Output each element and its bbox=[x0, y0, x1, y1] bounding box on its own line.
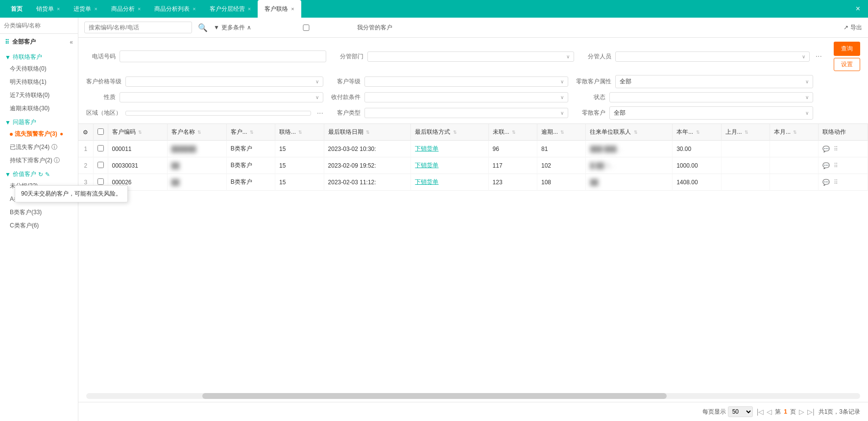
nature-select[interactable]: ∨ bbox=[120, 92, 323, 102]
col-overdue[interactable]: 逾期... ⇅ bbox=[537, 124, 586, 141]
select-all-checkbox[interactable] bbox=[97, 128, 104, 135]
action-icon-more-2[interactable]: ⠿ bbox=[834, 162, 838, 169]
row-year-1: 30.00 bbox=[673, 141, 721, 157]
col-contact-person[interactable]: 往来单位联系人 ⇅ bbox=[586, 124, 673, 141]
action-icon-chat-3[interactable]: 💬 bbox=[822, 179, 830, 186]
phone-input[interactable] bbox=[120, 50, 326, 62]
tab-sales[interactable]: 销货单 × bbox=[29, 0, 67, 18]
col-customer-name[interactable]: 客户名称 ⇅ bbox=[167, 124, 226, 141]
sidebar-item-declining[interactable]: 持续下滑客户(2) ⓘ bbox=[0, 154, 78, 167]
col-this-year[interactable]: 本年... ⇅ bbox=[673, 124, 721, 141]
action-icon-more-1[interactable]: ⠿ bbox=[834, 146, 838, 152]
col-last-contact-date[interactable]: 最后联络日期 ⇅ bbox=[324, 124, 411, 141]
prev-page-button[interactable]: ◁ bbox=[767, 408, 772, 416]
current-page-number: 1 bbox=[784, 408, 787, 415]
refresh-icon[interactable]: ↻ bbox=[38, 171, 43, 178]
sidebar-item-today[interactable]: 今天待联络(0) bbox=[0, 62, 78, 75]
top-tabbar: 首页 销货单 × 进货单 × 商品分析 × 商品分析列表 × 客户分层经营 × … bbox=[0, 0, 868, 18]
price-level-arrow: ∨ bbox=[315, 79, 319, 84]
close-tab-sales[interactable]: × bbox=[57, 6, 60, 12]
sidebar-item-overdue-contact[interactable]: 逾期未联络(30) bbox=[0, 102, 78, 115]
manager-select[interactable]: ∨ bbox=[615, 51, 810, 62]
sidebar-group-problem[interactable]: ▼ 问题客户 bbox=[0, 115, 78, 127]
per-page-select[interactable]: 50 100 bbox=[728, 406, 753, 417]
close-tab-customer-contact[interactable]: × bbox=[291, 6, 294, 12]
sidebar-search-input[interactable] bbox=[4, 22, 77, 29]
my-customers-checkbox[interactable]: 我分管的客户 bbox=[257, 24, 392, 32]
settings-button[interactable]: 设置 bbox=[834, 58, 860, 71]
col-last-month[interactable]: 上月... ⇅ bbox=[721, 124, 770, 141]
sidebar-item-churned[interactable]: 已流失客户(24) ⓘ bbox=[0, 141, 78, 154]
col-customer-type[interactable]: 客户... ⇅ bbox=[226, 124, 275, 141]
action-icon-more-3[interactable]: ⠿ bbox=[834, 179, 838, 186]
action-icon-chat-2[interactable]: 💬 bbox=[822, 162, 830, 169]
more-conditions-button[interactable]: ▼ 更多条件 ∧ bbox=[214, 24, 251, 32]
sidebar-item-class-c[interactable]: C类客户(6) bbox=[0, 219, 78, 232]
col-customer-code[interactable]: 客户编码 ⇅ bbox=[108, 124, 167, 141]
row-person-3: ██ bbox=[586, 174, 673, 191]
close-tab-product-analysis[interactable]: × bbox=[138, 6, 141, 12]
region-select[interactable] bbox=[125, 111, 311, 116]
last-page-button[interactable]: ▷| bbox=[807, 408, 815, 416]
payment-select[interactable]: ∨ bbox=[364, 92, 568, 102]
row-method-3[interactable]: 下销货单 bbox=[411, 174, 488, 191]
tab-customer-segment[interactable]: 客户分层经营 × bbox=[203, 0, 258, 18]
search-button[interactable]: 🔍 bbox=[198, 23, 208, 32]
sidebar-item-churn-warning[interactable]: 流失预警客户(3) ● bbox=[0, 127, 78, 141]
customer-type-select[interactable]: ∨ bbox=[364, 108, 568, 118]
filter-retail-customer: 零散客户 全部 ∨ bbox=[576, 106, 813, 120]
col-contact[interactable]: 联络... ⇅ bbox=[275, 124, 324, 141]
my-customers-check[interactable] bbox=[257, 25, 355, 31]
tab-customer-contact[interactable]: 客户联络 × bbox=[258, 0, 301, 18]
tab-product-analysis-list[interactable]: 商品分析列表 × bbox=[147, 0, 202, 18]
sidebar-group-value[interactable]: ▼ 价值客户 ↻ ✎ bbox=[0, 167, 78, 179]
row-checkbox-1[interactable] bbox=[93, 141, 108, 157]
department-select[interactable]: ∨ bbox=[367, 51, 574, 62]
row-action-3: 💬 ⠿ bbox=[819, 174, 868, 191]
close-tab-customer-segment[interactable]: × bbox=[248, 6, 251, 12]
window-close-button[interactable]: × bbox=[852, 4, 864, 13]
sidebar-item-class-b[interactable]: B类客户(33) bbox=[0, 206, 78, 219]
sidebar-all-customers[interactable]: ⠿ 全部客户 « bbox=[0, 34, 78, 50]
col-this-month[interactable]: 本月... ⇅ bbox=[770, 124, 819, 141]
row-method-2[interactable]: 下销货单 bbox=[411, 157, 488, 174]
tab-product-analysis[interactable]: 商品分析 × bbox=[104, 0, 147, 18]
export-button[interactable]: ↗ 导出 bbox=[844, 24, 862, 32]
query-button[interactable]: 查询 bbox=[834, 42, 860, 56]
row-overdue-3: 108 bbox=[537, 174, 586, 191]
horizontal-scrollbar[interactable] bbox=[78, 390, 868, 402]
close-tab-purchase[interactable]: × bbox=[94, 6, 97, 12]
close-tab-product-analysis-list[interactable]: × bbox=[193, 6, 195, 12]
col-last-contact-method[interactable]: 最后联络方式 ⇅ bbox=[411, 124, 488, 141]
row-method-1[interactable]: 下销货单 bbox=[411, 141, 488, 157]
filter-nature: 性质 ∨ bbox=[86, 92, 323, 102]
sidebar-item-7days[interactable]: 近7天待联络(0) bbox=[0, 89, 78, 102]
next-page-button[interactable]: ▷ bbox=[799, 408, 804, 416]
customer-level-select[interactable]: ∨ bbox=[364, 76, 568, 87]
status-select[interactable]: ∨ bbox=[609, 92, 813, 102]
row-lastmonth-1 bbox=[721, 141, 770, 157]
col-checkbox-header[interactable] bbox=[93, 124, 108, 141]
tab-home[interactable]: 首页 bbox=[4, 0, 29, 18]
action-icon-chat-1[interactable]: 💬 bbox=[822, 146, 830, 152]
region-more-btn[interactable]: ··· bbox=[317, 109, 323, 118]
sidebar-item-tomorrow[interactable]: 明天待联络(1) bbox=[0, 75, 78, 89]
first-page-button[interactable]: |◁ bbox=[757, 408, 764, 416]
filter-retail-attr: 零散客户属性 全部 ∨ bbox=[576, 75, 813, 88]
sidebar-group-pending[interactable]: ▼ 待联络客户 bbox=[0, 50, 78, 62]
row-type-3: B类客户 bbox=[226, 174, 275, 191]
row-checkbox-2[interactable] bbox=[93, 157, 108, 174]
row-thismonth-1 bbox=[770, 141, 819, 157]
manager-more-btn[interactable]: ··· bbox=[816, 52, 822, 61]
price-level-select[interactable]: ∨ bbox=[125, 76, 323, 87]
row-name-1: ██████ bbox=[167, 141, 226, 157]
search-input[interactable] bbox=[84, 22, 192, 33]
retail-customer-select[interactable]: 全部 ∨ bbox=[609, 106, 813, 120]
sidebar-search-box[interactable]: 🔍 bbox=[0, 18, 78, 34]
tab-purchase[interactable]: 进货单 × bbox=[67, 0, 104, 18]
col-settings[interactable]: ⚙ bbox=[78, 124, 93, 141]
retail-attr-select[interactable]: 全部 ∨ bbox=[615, 75, 813, 88]
edit-icon[interactable]: ✎ bbox=[45, 171, 50, 178]
filter-customer-level: 客户等级 ∨ bbox=[331, 76, 568, 87]
col-unlisted[interactable]: 未联... ⇅ bbox=[488, 124, 537, 141]
